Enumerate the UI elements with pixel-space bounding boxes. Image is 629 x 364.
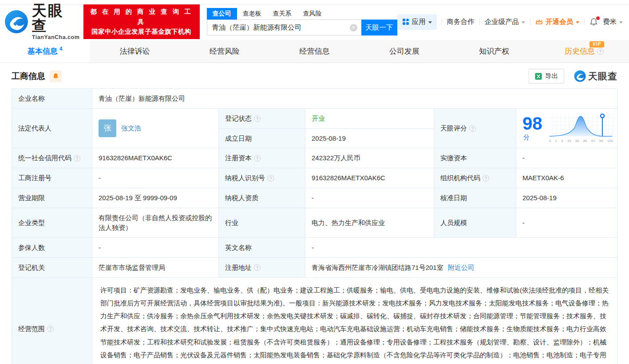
search-tab-company[interactable]: 查公司	[207, 8, 237, 20]
export-label: 导出	[545, 72, 558, 80]
tab-count-badge: 4	[59, 46, 63, 52]
nav-enterprise-label: 企业级产品	[485, 17, 519, 27]
nav-apps-label: 应用	[412, 17, 426, 27]
field-label: 注册资本 ?	[218, 148, 305, 168]
tab-history-info[interactable]: VIP 历史信息 ?	[539, 40, 629, 63]
vip-badge: VIP	[589, 41, 604, 47]
industry-value: 电力、热力生产和供应业	[305, 208, 434, 237]
reg-capital-value: 242322万人民币	[305, 148, 434, 168]
field-label: 实缴资本	[434, 148, 516, 168]
business-term-value: 2025-08-19 至 9999-09-09	[92, 188, 218, 208]
help-icon[interactable]: ?	[254, 264, 261, 271]
chevron-down-icon	[522, 21, 525, 24]
chevron-down-icon	[576, 21, 579, 24]
nav-divider	[584, 19, 585, 25]
search-button[interactable]: 天眼一下	[361, 20, 397, 36]
help-icon[interactable]: ?	[597, 48, 604, 55]
table-row: 企业名称 青油（茫崖）新能源有限公司	[12, 89, 617, 108]
nav-enterprise[interactable]: 企业级产品	[485, 17, 526, 27]
tab-label: 公司发展	[389, 46, 419, 56]
help-icon[interactable]: ?	[267, 175, 274, 182]
org-code-value: MAETX0AK-6	[516, 168, 617, 188]
tab-basic-info[interactable]: 基本信息 4	[0, 40, 90, 63]
logo-brand: 天眼查	[32, 3, 80, 34]
field-label: 营业期限	[12, 188, 92, 208]
field-label: 企业名称	[12, 89, 92, 108]
help-icon[interactable]: ?	[47, 325, 54, 332]
nav-cooperation[interactable]: 商务合作	[447, 17, 475, 27]
apps-grid-icon	[402, 18, 409, 25]
tab-legal-litigation[interactable]: 法律诉讼	[90, 40, 179, 63]
search-input[interactable]	[207, 20, 361, 36]
tab-label: 基本信息	[28, 46, 58, 56]
brand-watermark: 天眼查	[574, 70, 617, 83]
nav-apps[interactable]: 应用	[397, 14, 437, 30]
header-nav: 应用 商务合作 企业级产品 开通会员 费米	[397, 14, 623, 30]
field-label: 参保人数	[12, 238, 92, 257]
notification-bell[interactable]	[589, 18, 598, 26]
field-label: 工商注册号	[12, 168, 92, 188]
help-icon[interactable]: ?	[254, 155, 261, 162]
table-row: 法定代表人 张 张文浩 登记状态 ? 开业 成立日期 2025-08-19 天眼…	[12, 108, 617, 148]
search-row: × 天眼一下	[207, 20, 397, 36]
score-distribution-chart: 0131550859799100	[549, 113, 613, 144]
tab-label: 经营风险	[210, 46, 240, 56]
brand-slogan: 都 在 用 的 商 业 查 询 工 具 国家中小企业发展子基金旗下机构	[83, 4, 200, 39]
crown-icon	[535, 19, 543, 25]
help-icon[interactable]: ?	[74, 155, 80, 162]
clear-icon[interactable]: ×	[350, 24, 357, 32]
tab-operation-info[interactable]: 经营信息	[269, 40, 359, 63]
field-label: 纳税人识别号 ?	[218, 168, 305, 188]
monitor-bell-button[interactable]	[50, 71, 62, 82]
field-label: 法定代表人	[12, 109, 92, 148]
help-icon[interactable]: ?	[469, 125, 476, 132]
table-row: 参保人数 - 英文名称 -	[12, 237, 617, 257]
paid-capital-value: -	[516, 148, 617, 168]
status-badge: 开业	[312, 114, 325, 123]
tab-intellectual-property[interactable]: 知识产权	[449, 40, 539, 63]
section-header: 工商信息 导出 天眼查	[0, 63, 629, 88]
score-cell[interactable]: 98分	[516, 109, 617, 148]
field-label: 行业	[218, 208, 305, 237]
watermark-brand-text: 天眼查	[588, 70, 617, 83]
help-icon[interactable]: ?	[483, 175, 489, 182]
field-label: 企业类型	[12, 208, 92, 237]
tianyancha-logo[interactable]: 天眼查 TianYanCha.com	[4, 3, 80, 40]
nav-open-vip-label: 开通会员	[546, 17, 573, 27]
tianyancha-logo-icon	[4, 10, 28, 34]
field-label: 经营范围 ?	[12, 278, 92, 364]
page-top-divider	[0, 0, 629, 4]
field-label: 统一社会信用代码 ?	[12, 148, 92, 168]
export-button[interactable]: 导出	[529, 69, 564, 83]
table-row: 工商注册号 - 纳税人识别号 ? 91632826MAETX0AK6C 组织机构…	[12, 168, 617, 188]
field-label: 核准日期	[434, 188, 516, 208]
chevron-down-icon	[428, 21, 432, 24]
search-tab-boss[interactable]: 查老板	[237, 8, 267, 20]
field-label: 登记机关	[12, 258, 92, 277]
tab-operation-risk[interactable]: 经营风险	[180, 40, 269, 63]
company-type-value: 有限责任公司（非自然人投资或控股的法人独资）	[92, 208, 218, 237]
legal-rep-cell: 张 张文浩	[92, 109, 218, 148]
credit-code-value: 91632826MAETX0AK6C	[92, 148, 218, 168]
score-unit: 分	[523, 134, 530, 141]
table-row: 经营范围 ? 许可项目：矿产资源勘查；发电业务、输电业务、供（配）电业务；建设工…	[12, 277, 617, 364]
search-tab-risk[interactable]: 查风险	[297, 8, 328, 20]
site-header: 天眼查 TianYanCha.com 都 在 用 的 商 业 查 询 工 具 国…	[0, 4, 629, 40]
company-tabbar: 基本信息 4 法律诉讼 经营风险 经营信息 公司发展 知识产权 VIP 历史信息…	[0, 40, 629, 63]
legal-rep-link[interactable]: 张文浩	[121, 123, 141, 133]
table-row: 统一社会信用代码 ? 91632826MAETX0AK6C 注册资本 ? 242…	[12, 148, 617, 168]
nav-divider	[530, 19, 530, 25]
avatar[interactable]: 张	[99, 119, 116, 137]
search-input-wrap: ×	[207, 20, 361, 36]
nearby-companies-link[interactable]: 附近公司	[448, 263, 475, 273]
table-row: 企业类型 有限责任公司（非自然人投资或控股的法人独资） 行业 电力、热力生产和供…	[12, 208, 617, 237]
tianyancha-logo-icon	[574, 70, 586, 82]
nav-user-menu[interactable]: 费米	[603, 17, 623, 27]
bell-icon	[52, 73, 59, 79]
reg-authority-value: 茫崖市市场监督管理局	[92, 258, 218, 277]
search-tab-relation[interactable]: 查关系	[267, 8, 297, 20]
tab-company-development[interactable]: 公司发展	[360, 40, 449, 63]
help-icon[interactable]: ?	[254, 115, 261, 122]
nav-open-vip[interactable]: 开通会员	[535, 17, 579, 27]
establish-date-value: 2025-08-19	[305, 128, 434, 148]
